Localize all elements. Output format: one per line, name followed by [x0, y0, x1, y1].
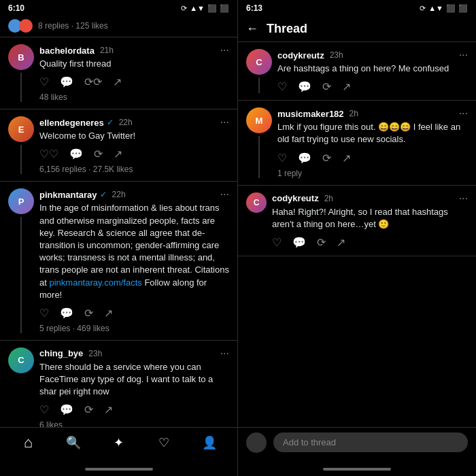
- tweet-more-bachelordata[interactable]: ···: [215, 44, 229, 56]
- thread-time-cody2: 2h: [324, 194, 333, 203]
- like-btn-cody2[interactable]: ♡: [272, 236, 282, 249]
- thread-line-2: [20, 145, 22, 174]
- thread-time-cody1: 23h: [330, 50, 343, 60]
- reply-avatar: [246, 432, 267, 453]
- tweet-actions-bachelordata: 💬 ⟳ ↗: [39, 75, 229, 88]
- thread-actions-cody2: ♡ 💬 ⟳ ↗: [272, 236, 468, 249]
- thread-content: C codykreutz 23h ··· Are hashtags a thin…: [238, 42, 476, 427]
- share-btn-ching-bye[interactable]: ↗: [104, 403, 113, 416]
- share-btn-music[interactable]: ↗: [342, 152, 351, 165]
- thread-username-cody2: codykreutz: [272, 193, 319, 203]
- avatar-codykreutz-2: C: [246, 192, 267, 213]
- bottom-nav: ⌂ 🔍 ✦ ♡ 👤: [0, 427, 237, 462]
- share-btn-bachelordata[interactable]: ↗: [113, 75, 122, 88]
- retweet-btn-pinkmantaray[interactable]: ⟳: [84, 307, 93, 320]
- comment-btn-ching-bye[interactable]: 💬: [60, 403, 73, 416]
- tweet-content-ellendegeneres: Welcome to Gay Twitter!: [39, 130, 229, 142]
- retweet-btn-ellendegeneres[interactable]: ⟳: [94, 148, 103, 160]
- avatar-pinkmantaray: P: [8, 188, 34, 214]
- thread-tweet-left-music: M: [246, 107, 272, 177]
- tweet-right-pinkmantaray: pinkmantaray ✓ 22h ··· In the age of mis…: [39, 188, 229, 333]
- thread-username-cody1: codykreutz: [277, 50, 324, 61]
- reply-bar: Add to thread: [238, 427, 476, 462]
- like-btn-ching-bye[interactable]: ♡: [39, 403, 49, 416]
- thread-more-music[interactable]: ···: [454, 107, 468, 120]
- right-status-time: 6:13: [246, 3, 262, 13]
- thread-header: ← Thread: [238, 16, 476, 42]
- retweet-btn-ching-bye[interactable]: ⟳: [84, 403, 93, 416]
- tweet-link-pinkmantaray[interactable]: pinkmantaray.com/facts: [49, 277, 141, 288]
- thread-tweet-codykreutz-1: C codykreutz 23h ··· Are hashtags a thin…: [238, 42, 476, 101]
- comment-btn-ellendegeneres[interactable]: 💬: [69, 148, 83, 160]
- tweet-more-pinkmantaray[interactable]: ···: [215, 188, 229, 201]
- right-status-icons: ⟳ ▲▼ ⬛ ⬛: [420, 4, 468, 13]
- thread-title: Thread: [267, 22, 307, 36]
- nav-post[interactable]: ✦: [102, 429, 135, 456]
- thread-actions-music: ♡ 💬 ⟳ ↗: [277, 152, 468, 165]
- nav-search[interactable]: 🔍: [57, 429, 90, 456]
- tweet-header-pinkmantaray: pinkmantaray ✓ 22h ···: [39, 188, 229, 201]
- tweet-time-ellendegeneres: 22h: [119, 118, 133, 127]
- back-button[interactable]: ←: [246, 22, 258, 36]
- share-btn-cody2[interactable]: ↗: [337, 236, 345, 249]
- tweet-header-ching-bye: ching_bye 23h ···: [39, 347, 229, 360]
- nav-home[interactable]: ⌂: [12, 429, 44, 456]
- tweet-right-ching-bye: ching_bye 23h ··· There should be a serv…: [39, 347, 229, 427]
- tweet-more-ellendegeneres[interactable]: ···: [215, 116, 229, 129]
- home-indicator-left: [0, 462, 237, 476]
- tweet-content-bachelordata: Quality first thread: [39, 58, 229, 70]
- comment-btn-music[interactable]: 💬: [298, 152, 311, 165]
- retweet-btn-music[interactable]: ⟳: [322, 152, 331, 165]
- thread-more-cody2[interactable]: ···: [454, 192, 468, 205]
- comment-btn-pinkmantaray[interactable]: 💬: [60, 307, 73, 320]
- retweet-btn-bachelordata[interactable]: ⟳: [84, 75, 102, 88]
- notif-bar: 8 replies · 125 likes: [0, 16, 237, 37]
- like-btn-music[interactable]: ♡: [277, 152, 287, 165]
- thread-tweet-header-cody1: codykreutz 23h ···: [277, 49, 468, 61]
- left-status-bar: 6:10 ⟳ ▲▼ ⬛ ⬛: [0, 0, 237, 16]
- retweet-btn-cody1[interactable]: ⟳: [322, 80, 331, 93]
- thread-tweet-header-music: musicmaker182 2h ···: [277, 107, 468, 120]
- nav-profile[interactable]: 👤: [193, 429, 226, 456]
- tweet-stats-ellendegeneres: 6,156 replies · 27.5K likes: [39, 165, 229, 174]
- comment-btn-cody2[interactable]: 💬: [292, 236, 306, 249]
- thread-line-music: [258, 136, 260, 177]
- tweet-time-bachelordata: 21h: [100, 46, 114, 55]
- share-btn-ellendegeneres[interactable]: ↗: [114, 148, 122, 160]
- thread-content-music: Lmk if you figure this out. 😄😄😄 I feel l…: [277, 121, 468, 146]
- nav-likes[interactable]: ♡: [148, 429, 180, 456]
- tweet-pinkmantaray: P pinkmantaray ✓ 22h ··· In the age of m…: [0, 182, 237, 341]
- tweet-stats-pinkmantaray: 5 replies · 469 likes: [39, 324, 229, 333]
- thread-content-cody1: Are hashtags a thing on here? Me confuse…: [277, 63, 468, 75]
- share-btn-cody1[interactable]: ↗: [342, 80, 351, 93]
- reply-input[interactable]: Add to thread: [273, 432, 468, 452]
- tweet-actions-pinkmantaray: ♡ 💬 ⟳ ↗: [39, 307, 229, 320]
- share-btn-pinkmantaray[interactable]: ↗: [104, 307, 113, 320]
- like-btn-cody1[interactable]: ♡: [277, 80, 287, 93]
- thread-tweet-header-cody2: codykreutz 2h ···: [272, 192, 468, 205]
- tweet-stats-bachelordata: 48 likes: [39, 92, 229, 102]
- like-btn-bachelordata[interactable]: [39, 75, 49, 88]
- verified-ellendegeneres: ✓: [107, 118, 114, 127]
- comment-btn-cody1[interactable]: 💬: [298, 80, 311, 93]
- left-panel: 6:10 ⟳ ▲▼ ⬛ ⬛ 8 replies · 125 likes B: [0, 0, 238, 476]
- tweet-more-ching-bye[interactable]: ···: [215, 347, 229, 360]
- retweet-btn-cody2[interactable]: ⟳: [317, 236, 326, 249]
- tweet-left-pinkmantaray: P: [8, 188, 34, 333]
- thread-tweet-right-cody2: codykreutz 2h ··· Haha! Right?! Alright,…: [272, 192, 468, 249]
- comment-btn-bachelordata[interactable]: 💬: [60, 75, 73, 88]
- thread-line-cody1: [258, 78, 260, 93]
- tweet-left-ellendegeneres: E: [8, 116, 34, 174]
- like-btn-pinkmantaray[interactable]: ♡: [39, 307, 49, 320]
- thread-more-cody1[interactable]: ···: [454, 49, 468, 61]
- tweet-time-pinkmantaray: 22h: [112, 190, 126, 199]
- thread-tweet-codykreutz-2: C codykreutz 2h ··· Haha! Right?! Alrigh…: [238, 186, 476, 256]
- home-bar-left: [85, 468, 153, 471]
- like-btn-ellendegeneres[interactable]: ♡: [39, 148, 58, 160]
- home-indicator-right: [238, 462, 476, 476]
- thread-username-music: musicmaker182: [277, 109, 344, 119]
- thread-tweet-right-cody1: codykreutz 23h ··· Are hashtags a thing …: [277, 49, 468, 93]
- avatar-bachelordata: B: [8, 44, 34, 70]
- verified-pinkmantaray: ✓: [100, 190, 107, 199]
- tweet-left-bachelordata: B: [8, 44, 34, 102]
